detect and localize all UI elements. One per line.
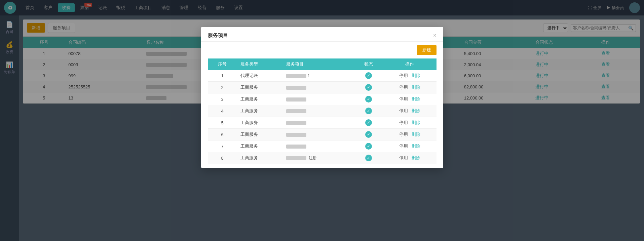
list-item: 3 工商服务 ✓ 停用 删除 (208, 93, 437, 105)
main-content: 新增 服务项目 进行中 已结束 全部 🔍 (19, 15, 644, 241)
service-modal: 服务项目 × 新建 序号 服务类型 服务项目 状态 (201, 27, 443, 168)
status-check-icon: ✓ (365, 143, 372, 150)
stop-button[interactable]: 停用 (399, 131, 408, 137)
delete-button[interactable]: 删除 (412, 155, 420, 161)
service-table: 序号 服务类型 服务项目 状态 操作 1 代理记账 (208, 58, 437, 164)
delete-button[interactable]: 删除 (412, 96, 420, 102)
modal-col-project: 服务项目 (283, 58, 354, 70)
stop-button[interactable]: 停用 (399, 96, 408, 102)
list-item: 7 工商服务 ✓ 停用 删除 (208, 140, 437, 152)
modal-col-seq: 序号 (208, 58, 237, 70)
list-item: 6 工商服务 ✓ 停用 删除 (208, 129, 437, 140)
modal-toolbar: 新建 (201, 42, 443, 58)
list-item: 1 代理记账 1 ✓ 停用 删除 (208, 70, 437, 82)
modal-col-type: 服务类型 (237, 58, 283, 70)
new-service-button[interactable]: 新建 (417, 45, 437, 55)
stop-button[interactable]: 停用 (399, 108, 408, 114)
modal-header: 服务项目 × (201, 27, 443, 42)
modal-row-seq: 1 (208, 70, 237, 82)
status-check-icon: ✓ (365, 155, 372, 161)
modal-table-header: 序号 服务类型 服务项目 状态 操作 (208, 58, 437, 70)
status-check-icon: ✓ (365, 96, 372, 103)
modal-row-type: 代理记账 (237, 70, 283, 82)
status-check-icon: ✓ (365, 72, 372, 79)
stop-button[interactable]: 停用 (399, 73, 408, 79)
modal-col-status: 状态 (354, 58, 383, 70)
status-check-icon: ✓ (365, 119, 372, 126)
status-check-icon: ✓ (365, 131, 372, 138)
list-item: 2 工商服务 ✓ 停用 删除 (208, 82, 437, 93)
status-check-icon: ✓ (365, 108, 372, 114)
modal-close-button[interactable]: × (433, 33, 436, 39)
delete-button[interactable]: 删除 (412, 131, 420, 137)
stop-button[interactable]: 停用 (399, 120, 408, 126)
delete-button[interactable]: 删除 (412, 84, 420, 90)
stop-button[interactable]: 停用 (399, 155, 408, 161)
modal-overlay[interactable]: 服务项目 × 新建 序号 服务类型 服务项目 状态 (19, 15, 644, 241)
modal-col-ops: 操作 (383, 58, 436, 70)
delete-button[interactable]: 删除 (412, 120, 420, 126)
stop-button[interactable]: 停用 (399, 84, 408, 90)
list-item: 5 工商服务 ✓ 停用 删除 (208, 117, 437, 129)
layout: 📄 合同 💰 收费 📊 对账单 新增 服务项目 进行中 已结束 全部 (0, 15, 644, 241)
delete-button[interactable]: 删除 (412, 108, 420, 114)
list-item: 8 工商服务 注册 ✓ 停用 删除 (208, 152, 437, 164)
modal-title: 服务项目 (208, 32, 228, 39)
list-item: 4 工商服务 ✓ 停用 删除 (208, 105, 437, 117)
status-check-icon: ✓ (365, 84, 372, 91)
modal-row-ops: 停用 删除 (383, 70, 436, 82)
modal-row-project: 1 (283, 70, 354, 82)
delete-button[interactable]: 删除 (412, 73, 420, 79)
modal-body: 序号 服务类型 服务项目 状态 操作 1 代理记账 (201, 58, 443, 168)
delete-button[interactable]: 删除 (412, 143, 420, 149)
stop-button[interactable]: 停用 (399, 143, 408, 149)
modal-row-status: ✓ (354, 70, 383, 82)
